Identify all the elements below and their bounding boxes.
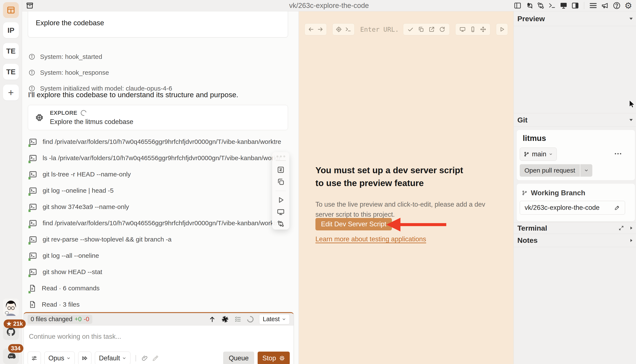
- command-row[interactable]: git show HEAD --stat: [28, 267, 102, 277]
- terminal-command-icon: [28, 268, 38, 276]
- composer-settings-button[interactable]: [28, 352, 41, 364]
- loading-spinner: [246, 314, 255, 324]
- terminal-command-icon: [28, 154, 38, 162]
- open-pull-request-button[interactable]: Open pull request: [520, 164, 592, 177]
- additions-count: +0: [74, 316, 82, 323]
- move-icon[interactable]: [480, 26, 486, 32]
- rail-item-project-ip[interactable]: IP: [3, 22, 19, 38]
- chat-bubbles-icon[interactable]: [525, 2, 533, 10]
- section-terminal[interactable]: Terminal: [514, 222, 636, 234]
- model-dropdown[interactable]: Opus: [44, 352, 75, 364]
- copy-icon[interactable]: [277, 178, 285, 186]
- terminal-command-icon: [28, 170, 38, 178]
- panel-left-icon[interactable]: [514, 2, 522, 10]
- command-row[interactable]: git show 374e3a9 --name-only: [28, 202, 129, 212]
- check-icon[interactable]: [407, 26, 414, 32]
- explore-tool-card[interactable]: EXPLORE Explore the litmus codebase: [28, 105, 288, 130]
- menu-icon[interactable]: [589, 2, 597, 10]
- caret-right-icon: [629, 226, 634, 230]
- top-bar: vk/263c-explore-the-code ⚙: [22, 0, 636, 11]
- stop-button[interactable]: Stop: [258, 352, 290, 364]
- monitor-icon[interactable]: [277, 208, 285, 216]
- composer-input[interactable]: [29, 333, 277, 340]
- learn-more-link[interactable]: Learn more about testing applications: [316, 235, 426, 243]
- fast-forward-button[interactable]: [78, 352, 92, 364]
- forward-icon[interactable]: [317, 26, 324, 32]
- mode-dropdown[interactable]: Default: [95, 352, 130, 364]
- target-icon[interactable]: [336, 26, 342, 32]
- read-row[interactable]: Read · 3 files: [28, 299, 80, 310]
- signature-pen-icon[interactable]: [152, 354, 159, 362]
- divider: [136, 355, 136, 362]
- monitor-icon[interactable]: [560, 2, 568, 10]
- discord-count-badge: 334: [8, 344, 23, 353]
- pr-dropdown-toggle[interactable]: [580, 164, 592, 177]
- spark-icon[interactable]: [222, 316, 229, 323]
- terminal-icon[interactable]: [548, 2, 556, 10]
- command-row[interactable]: git log --all --oneline: [28, 250, 99, 261]
- command-row[interactable]: git ls-tree -r HEAD --name-only: [28, 169, 131, 180]
- repo-name: litmus: [523, 134, 546, 143]
- edit-pencil-icon[interactable]: [614, 205, 620, 211]
- version-dropdown[interactable]: Latest: [259, 314, 290, 324]
- rail-item-project-te-1[interactable]: TE: [3, 43, 19, 59]
- section-git[interactable]: Git: [514, 113, 636, 127]
- open-external-icon[interactable]: [428, 26, 435, 32]
- help-icon[interactable]: [613, 2, 621, 10]
- url-input[interactable]: [360, 26, 398, 33]
- add-project-button[interactable]: +: [3, 84, 19, 100]
- action-group: [403, 23, 450, 35]
- git-repo-card: litmus main Open pull request: [517, 130, 635, 180]
- attach-icon[interactable]: [141, 354, 148, 362]
- run-icon[interactable]: [499, 26, 505, 32]
- rail-item-project-te-2[interactable]: TE: [3, 64, 19, 80]
- copy-icon[interactable]: [418, 26, 424, 32]
- section-notes[interactable]: Notes: [514, 234, 636, 247]
- scroll-up-icon[interactable]: [208, 316, 216, 323]
- task-title-card[interactable]: Explore the codebase: [28, 11, 288, 38]
- chevron-down-icon: [122, 356, 126, 360]
- panel-right-icon[interactable]: [571, 2, 579, 10]
- rail-item-kanban-active[interactable]: [3, 2, 19, 18]
- chevron-down-icon: [282, 317, 286, 322]
- mobile-icon[interactable]: [470, 26, 476, 32]
- command-row[interactable]: find /private/var/folders/10/h7w0q46556g…: [28, 218, 281, 228]
- back-icon[interactable]: [308, 26, 314, 32]
- command-row[interactable]: git rev-parse --show-toplevel && git bra…: [28, 234, 172, 244]
- working-branch-field[interactable]: vk/263c-explore-the-code: [520, 201, 625, 214]
- caret-down-icon: [628, 16, 634, 22]
- queue-button[interactable]: Queue: [223, 352, 254, 364]
- settings-gear-icon[interactable]: ⚙: [624, 1, 632, 10]
- nav-group: [304, 23, 327, 35]
- refresh-icon[interactable]: [439, 26, 446, 32]
- command-row[interactable]: git log --oneline | head -5: [28, 186, 114, 196]
- command-row[interactable]: ls -la /private/var/folders/10/h7w0q4655…: [28, 153, 281, 163]
- drag-handle[interactable]: [276, 156, 285, 158]
- play-icon[interactable]: [277, 196, 285, 204]
- console-icon[interactable]: [345, 26, 352, 32]
- caret-right-icon: [629, 238, 634, 243]
- section-preview[interactable]: Preview: [514, 11, 636, 26]
- more-options-button[interactable]: [615, 153, 621, 154]
- git-compare-icon[interactable]: [537, 2, 544, 10]
- chevron-down-icon: [66, 356, 71, 360]
- desktop-icon[interactable]: [459, 26, 466, 32]
- branch-selector[interactable]: main: [520, 148, 557, 161]
- command-row[interactable]: find /private/var/folders/10/h7w0q46556g…: [28, 136, 281, 147]
- tool-description: Explore the litmus codebase: [50, 118, 133, 126]
- git-compare-icon[interactable]: [277, 220, 284, 228]
- info-icon: [28, 69, 35, 76]
- system-message: System: hook_response: [28, 68, 109, 77]
- file-icon: [28, 284, 36, 293]
- info-icon: [28, 53, 35, 60]
- edit-dev-server-script-button[interactable]: Edit Dev Server Script: [316, 218, 392, 230]
- checklist-icon[interactable]: [234, 316, 242, 323]
- user-avatar[interactable]: [3, 299, 19, 316]
- files-changed-pill[interactable]: 0 files changed +0 -0: [28, 315, 92, 324]
- expand-icon: [618, 225, 624, 231]
- megaphone-icon[interactable]: [601, 2, 609, 10]
- terminal-command-icon: [28, 202, 38, 211]
- zed-editor-icon[interactable]: [277, 166, 285, 174]
- github-icon: [6, 327, 16, 337]
- read-row[interactable]: Read · 6 commands: [28, 283, 100, 293]
